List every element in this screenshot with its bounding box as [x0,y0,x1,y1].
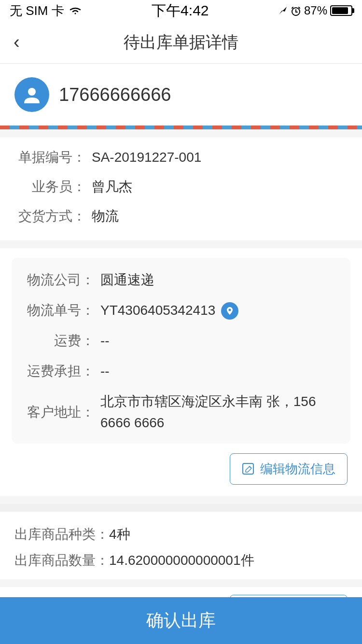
logistics-company-row: 物流公司： 圆通速递 [23,269,339,291]
product-type-value: 4种 [109,525,130,544]
product-section: 出库商品种类： 4种 出库商品数量： 14.620000000000001件 [0,512,362,579]
section-divider [0,504,362,512]
confirm-button[interactable]: 确认出库 [146,609,216,632]
address-value: 北京市市辖区海淀区永丰南 张，156 6666 6666 [100,391,339,434]
agent-label: 业务员： [14,176,92,198]
delivery-row: 交货方式： 物流 [14,206,348,227]
battery-fill [332,7,348,14]
freight-bearer-label: 运费承担： [23,361,100,382]
dashed-separator [0,126,362,129]
customer-header: 17666666666 [0,64,362,126]
freight-label: 运费： [23,330,100,352]
product-type-label: 出库商品种类： [14,525,109,544]
back-button[interactable]: ‹ [14,32,20,53]
delivery-value: 物流 [92,206,348,227]
product-quantity-value: 14.620000000000001件 [109,551,254,570]
freight-bearer-value: -- [100,361,339,382]
order-number-row: 单据编号： SA-20191227-001 [14,147,348,168]
status-left: 无 SIM 卡 [10,2,83,19]
freight-row: 运费： -- [23,330,339,352]
order-number-value: SA-20191227-001 [92,147,348,168]
confirm-btn-wrap: 确认出库 [0,597,362,644]
edit-icon [242,462,255,476]
freight-value: -- [100,330,339,352]
product-type-row: 出库商品种类： 4种 [14,525,348,544]
customer-phone: 17666666666 [59,84,171,105]
svg-point-3 [28,88,36,96]
person-icon [22,85,42,104]
logistics-company-value: 圆通速递 [100,269,339,291]
edit-btn-label: 编辑物流信息 [260,461,335,477]
order-info-section: 单据编号： SA-20191227-001 业务员： 曾凡杰 交货方式： 物流 [0,137,362,240]
map-pin-icon[interactable] [221,302,238,320]
logistics-company-label: 物流公司： [23,269,100,291]
agent-row: 业务员： 曾凡杰 [14,176,348,198]
carrier-label: 无 SIM 卡 [10,2,64,19]
svg-point-4 [229,308,231,311]
svg-rect-5 [243,463,253,474]
status-time: 下午4:42 [152,1,209,21]
product-quantity-row: 出库商品数量： 14.620000000000001件 [14,551,348,570]
logistics-card: 物流公司： 圆通速递 物流单号： YT4306405342413 运费： [12,258,350,444]
logistics-tracking-label: 物流单号： [23,300,100,322]
alarm-icon [291,5,301,16]
logistics-section: 物流公司： 圆通速递 物流单号： YT4306405342413 运费： [0,248,362,496]
page-title: 待出库单据详情 [124,31,238,54]
status-right: 87% [278,4,352,17]
location-status-icon [278,6,288,15]
wifi-icon [68,6,83,15]
customer-section: 17666666666 [0,64,362,129]
status-bar: 无 SIM 卡 下午4:42 87% [0,0,362,21]
edit-logistics-button[interactable]: 编辑物流信息 [230,453,348,485]
freight-bearer-row: 运费承担： -- [23,361,339,382]
address-label: 客户地址： [23,402,100,423]
edit-btn-wrap: 编辑物流信息 [0,453,362,496]
address-row: 客户地址： 北京市市辖区海淀区永丰南 张，156 6666 6666 [23,391,339,434]
agent-value: 曾凡杰 [92,176,348,198]
product-quantity-label: 出库商品数量： [14,551,109,570]
delivery-label: 交货方式： [14,206,92,227]
nav-bar: ‹ 待出库单据详情 [0,21,362,64]
battery-icon [330,5,352,16]
battery-percent: 87% [304,4,327,17]
logistics-tracking-row: 物流单号： YT4306405342413 [23,300,339,322]
avatar [14,77,49,112]
logistics-tracking-value: YT4306405342413 [100,300,339,322]
order-number-label: 单据编号： [14,147,92,168]
